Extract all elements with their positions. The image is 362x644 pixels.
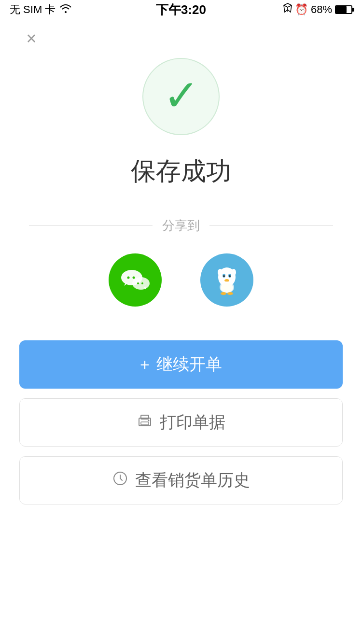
status-right: ⏰ 68% (283, 3, 352, 16)
svg-point-5 (141, 282, 143, 284)
plus-icon: + (140, 355, 150, 374)
close-button[interactable]: × (19, 27, 43, 51)
print-button[interactable]: 打印单据 (19, 398, 343, 447)
wifi-icon (59, 3, 72, 16)
wechat-share-button[interactable] (109, 253, 162, 307)
status-bar: 无 SIM 卡 下午3:20 ⏰ 68% (0, 0, 362, 19)
svg-point-10 (229, 275, 231, 277)
svg-point-17 (227, 292, 233, 295)
battery-percentage: 68% (311, 3, 332, 16)
divider-line-left (29, 225, 153, 226)
share-divider: 分享到 (0, 217, 362, 234)
qq-logo (214, 265, 240, 296)
print-icon (137, 412, 153, 433)
svg-point-16 (221, 292, 226, 295)
share-label: 分享到 (153, 217, 209, 234)
location-icon (283, 3, 292, 16)
action-buttons: + 继续开单 打印单据 查看销货单历史 (0, 340, 362, 504)
checkmark-icon: ✓ (163, 74, 199, 117)
close-icon: × (26, 30, 36, 47)
share-icons (109, 253, 253, 307)
qq-share-button[interactable] (200, 253, 253, 307)
svg-point-4 (137, 282, 139, 284)
svg-point-21 (148, 420, 150, 421)
continue-order-label: 继续开单 (156, 353, 222, 376)
status-left: 无 SIM 卡 (10, 2, 72, 17)
success-title: 保存成功 (131, 154, 231, 188)
sim-status: 无 SIM 卡 (10, 2, 56, 17)
success-circle: ✓ (142, 58, 220, 135)
svg-point-15 (231, 269, 236, 276)
history-icon (112, 470, 128, 490)
divider-line-right (209, 225, 333, 226)
svg-point-14 (218, 269, 223, 276)
history-label: 查看销货单历史 (135, 469, 250, 491)
status-time: 下午3:20 (156, 1, 206, 18)
continue-order-button[interactable]: + 继续开单 (19, 340, 343, 389)
main-content: ✓ 保存成功 分享到 (0, 19, 362, 504)
svg-rect-20 (141, 422, 149, 425)
svg-point-8 (223, 275, 225, 277)
wechat-logo (120, 267, 151, 294)
battery-icon (335, 5, 352, 14)
history-button[interactable]: 查看销货单历史 (19, 456, 343, 504)
alarm-icon: ⏰ (295, 3, 308, 16)
svg-point-2 (127, 276, 129, 279)
svg-point-1 (132, 277, 150, 290)
svg-point-13 (220, 281, 234, 293)
print-label: 打印单据 (160, 411, 225, 434)
svg-point-3 (132, 276, 135, 279)
